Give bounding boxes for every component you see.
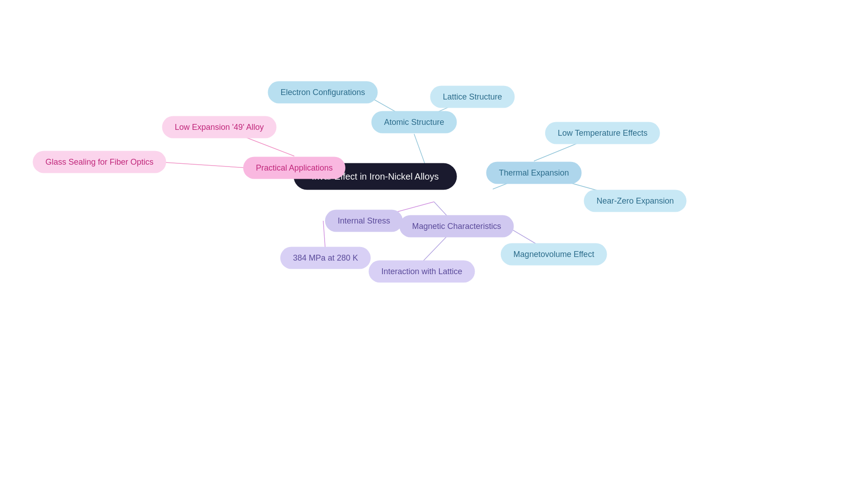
practical-applications-node[interactable]: Practical Applications — [243, 157, 345, 179]
interaction-with-lattice-node[interactable]: Interaction with Lattice — [368, 261, 475, 283]
near-zero-expansion-node[interactable]: Near-Zero Expansion — [584, 190, 686, 212]
magnetic-characteristics-node[interactable]: Magnetic Characteristics — [399, 215, 514, 238]
svg-line-5 — [158, 162, 247, 168]
atomic-structure-node[interactable]: Atomic Structure — [371, 111, 457, 133]
internal-stress-node[interactable]: Internal Stress — [325, 210, 403, 232]
low-temperature-effects-node[interactable]: Low Temperature Effects — [545, 122, 660, 144]
low-expansion-alloy-node[interactable]: Low Expansion '49' Alloy — [162, 116, 277, 138]
magnetovolume-effect-node[interactable]: Magnetovolume Effect — [501, 243, 607, 266]
lattice-structure-node[interactable]: Lattice Structure — [430, 86, 514, 108]
mind-map-canvas: Invar Effect in Iron-Nickel Alloys Atomi… — [0, 0, 868, 490]
mpa-value-node[interactable]: 384 MPa at 280 K — [280, 247, 371, 269]
electron-configurations-node[interactable]: Electron Configurations — [268, 81, 377, 104]
thermal-expansion-node[interactable]: Thermal Expansion — [486, 162, 581, 184]
connection-lines — [0, 0, 868, 490]
glass-sealing-node[interactable]: Glass Sealing for Fiber Optics — [33, 151, 166, 173]
